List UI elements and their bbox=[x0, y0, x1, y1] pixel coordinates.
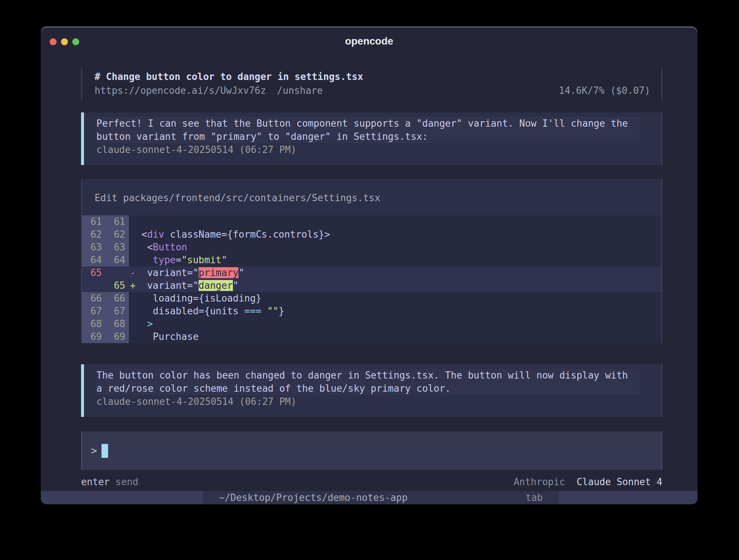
message-line: button variant from "primary" to "danger… bbox=[96, 130, 639, 143]
edit-file-path: Edit packages/frontend/src/containers/Se… bbox=[82, 191, 661, 204]
code-token: > bbox=[147, 318, 153, 329]
diff-row: 65- variant="primary" bbox=[82, 266, 661, 279]
enter-key-hint: enter bbox=[81, 475, 110, 489]
opencode-terminal-window: opencode # Change button color to danger… bbox=[41, 27, 697, 504]
unshare-command[interactable]: /unshare bbox=[277, 84, 323, 97]
line-number-old: 62 bbox=[82, 228, 106, 241]
code-token: danger bbox=[199, 280, 233, 291]
diff-row: 6262 <div className={formCs.controls}> bbox=[82, 228, 661, 241]
diff-code-line: disabled={units === ""} bbox=[129, 305, 661, 318]
line-number-new: 68 bbox=[106, 318, 129, 330]
diff-code-line: type="submit" bbox=[129, 254, 661, 266]
line-number-old: 64 bbox=[82, 254, 106, 266]
diff-code-line bbox=[129, 215, 661, 228]
status-bar: opencode v0.3.11 ~/Desktop/Projects/demo… bbox=[41, 491, 697, 504]
model-indicator: Anthropic Claude Sonnet 4 bbox=[514, 475, 662, 489]
diff-row: 6363 <Button bbox=[82, 241, 661, 254]
line-number-old: 65 bbox=[82, 266, 106, 279]
diff-marker bbox=[130, 215, 136, 228]
code-token: === bbox=[244, 306, 261, 317]
code-token: " bbox=[238, 267, 244, 278]
desktop-background: opencode # Change button color to danger… bbox=[0, 0, 739, 560]
code-token: " bbox=[193, 267, 199, 278]
line-number-new bbox=[106, 266, 129, 279]
diff-marker bbox=[130, 254, 136, 266]
line-number-old: 68 bbox=[82, 318, 106, 330]
line-number-new: 64 bbox=[106, 254, 129, 266]
diff-marker bbox=[130, 228, 136, 241]
code-token: " bbox=[233, 280, 239, 291]
working-directory: ~/Desktop/Projects/demo-notes-app bbox=[219, 491, 408, 504]
code-token: loading={isLoading} bbox=[136, 293, 261, 304]
assistant-message: The button color has been changed to dan… bbox=[81, 364, 662, 417]
edit-tool-block: Edit packages/frontend/src/containers/Se… bbox=[81, 179, 662, 343]
line-number-old: 66 bbox=[82, 292, 106, 305]
prompt-input[interactable]: > bbox=[81, 431, 662, 470]
code-token: " bbox=[193, 280, 199, 291]
prompt-symbol: > bbox=[91, 445, 97, 457]
line-number-new: 69 bbox=[106, 330, 129, 343]
diff-code-line: loading={isLoading} bbox=[129, 292, 661, 305]
send-action-hint: send bbox=[115, 475, 138, 489]
model-timestamp: claude-sonnet-4-20250514 (06:27 PM) bbox=[96, 143, 661, 156]
diff-marker: + bbox=[130, 279, 136, 292]
diff-code-line: <Button bbox=[129, 241, 661, 254]
model-name: Claude Sonnet 4 bbox=[577, 476, 662, 487]
code-token bbox=[261, 306, 267, 317]
code-token: div bbox=[147, 229, 164, 240]
diff-row: 6767 disabled={units === ""} bbox=[82, 305, 661, 318]
line-number-new: 67 bbox=[106, 305, 129, 318]
diff-view: 6161 6262 <div className={formCs.control… bbox=[82, 215, 661, 343]
code-token: className={formCs.controls}> bbox=[164, 229, 330, 240]
session-title: # Change button color to danger in setti… bbox=[95, 70, 650, 84]
tab-key-hint[interactable]: tab bbox=[526, 491, 543, 504]
diff-row: 6868 > bbox=[82, 318, 661, 330]
code-token: type bbox=[153, 254, 176, 265]
line-number-new: 65 bbox=[106, 279, 129, 292]
message-text: Perfect! I can see that the Button compo… bbox=[96, 117, 639, 143]
diff-marker bbox=[130, 318, 136, 330]
message-line: The button color has been changed to dan… bbox=[96, 369, 639, 382]
line-number-new: 66 bbox=[106, 292, 129, 305]
code-token bbox=[136, 254, 153, 265]
diff-code-line: Purchase bbox=[129, 330, 661, 343]
code-token: variant= bbox=[136, 267, 193, 278]
hint-row: enter send Anthropic Claude Sonnet 4 bbox=[81, 475, 662, 489]
diff-marker bbox=[130, 330, 136, 343]
diff-row: 6969 Purchase bbox=[82, 330, 661, 343]
share-url[interactable]: https://opencode.ai/s/UwJxv76z bbox=[95, 84, 266, 97]
session-header: # Change button color to danger in setti… bbox=[81, 68, 662, 100]
line-number-old: 63 bbox=[82, 241, 106, 254]
model-timestamp: claude-sonnet-4-20250514 (06:27 PM) bbox=[96, 395, 661, 408]
line-number-new: 62 bbox=[106, 228, 129, 241]
diff-marker bbox=[130, 305, 136, 318]
line-number-old bbox=[82, 279, 106, 292]
code-token: Purchase bbox=[136, 331, 199, 342]
line-number-old: 67 bbox=[82, 305, 106, 318]
message-line: a red/rose color scheme instead of the b… bbox=[96, 382, 639, 395]
line-number-old: 69 bbox=[82, 330, 106, 343]
message-line: Perfect! I can see that the Button compo… bbox=[96, 117, 639, 130]
code-token: primary bbox=[199, 267, 239, 278]
code-token: Button bbox=[153, 242, 187, 253]
code-token: variant= bbox=[136, 280, 193, 291]
text-cursor bbox=[102, 444, 108, 458]
diff-code-line: > bbox=[129, 318, 661, 330]
code-token: "submit" bbox=[181, 254, 227, 265]
window-title: opencode bbox=[41, 35, 697, 47]
provider-name: Anthropic bbox=[514, 476, 565, 487]
diff-code-line: <div className={formCs.controls}> bbox=[129, 228, 661, 241]
diff-row: 6161 bbox=[82, 215, 661, 228]
diff-code-line: + variant="danger" bbox=[129, 279, 661, 292]
code-token: "" bbox=[267, 306, 279, 317]
assistant-message: Perfect! I can see that the Button compo… bbox=[81, 112, 662, 165]
line-number-new: 63 bbox=[106, 241, 129, 254]
diff-marker bbox=[130, 241, 136, 254]
diff-row: 6666 loading={isLoading} bbox=[82, 292, 661, 305]
code-token: } bbox=[279, 306, 284, 317]
status-bar-right: tab BUILDMODE bbox=[526, 491, 697, 504]
mode-segment[interactable]: BUILDMODE bbox=[559, 491, 697, 504]
code-token: < bbox=[136, 229, 147, 240]
diff-row: 6464 type="submit" bbox=[82, 254, 661, 266]
window-titlebar[interactable]: opencode bbox=[41, 27, 697, 49]
